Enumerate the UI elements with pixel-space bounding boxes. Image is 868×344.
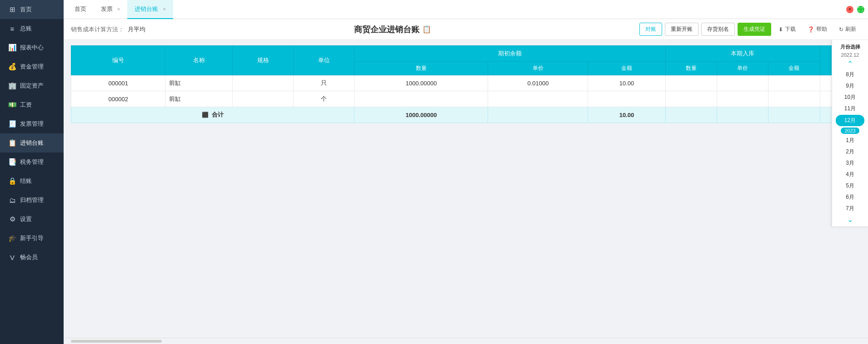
reports-icon: 📊 bbox=[8, 44, 16, 52]
sidebar-item-salary[interactable]: 💵 工资 bbox=[0, 95, 64, 114]
total-in-qty bbox=[665, 107, 717, 123]
refresh-icon: ↻ bbox=[839, 26, 843, 33]
col-header-no: 编号 bbox=[71, 46, 165, 75]
vip-icon: V bbox=[8, 254, 16, 261]
month-item-9[interactable]: 9月 bbox=[832, 80, 868, 92]
reopen-button[interactable]: 重新开账 bbox=[665, 23, 698, 36]
salary-icon: 💵 bbox=[8, 101, 16, 109]
sidebar-item-reports[interactable]: 📊 报表中心 bbox=[0, 38, 64, 57]
sidebar-item-guide[interactable]: 🎓 新手引导 bbox=[0, 229, 64, 248]
table-row: 000002 前缸 个 bbox=[71, 91, 861, 107]
sub-header-in-qty: 数量 bbox=[665, 62, 717, 75]
cell-open-amount-2 bbox=[588, 91, 665, 107]
cost-method-value: 月平均 bbox=[128, 25, 145, 34]
reconcile-button[interactable]: 对账 bbox=[639, 23, 662, 36]
sidebar-item-ledger[interactable]: ≡ 总账 bbox=[0, 19, 64, 38]
bottom-scrollbar-area bbox=[64, 338, 868, 344]
total-open-amount: 10.00 bbox=[588, 107, 665, 123]
total-in-amount bbox=[768, 107, 820, 123]
window-expand-button[interactable]: ⛶ bbox=[857, 6, 864, 13]
sidebar-item-vip[interactable]: V 畅会员 bbox=[0, 248, 64, 267]
page-title-area: 商贸企业进销台账 📋 bbox=[149, 24, 636, 35]
cell-open-price-2 bbox=[488, 91, 588, 107]
sub-header-open-amount: 金额 bbox=[588, 62, 665, 75]
tab-invoice[interactable]: 发票 × bbox=[94, 0, 127, 19]
refresh-button[interactable]: ↻ 刷新 bbox=[834, 23, 861, 35]
sidebar-item-purchase-sales[interactable]: 📋 进销台账 bbox=[0, 133, 64, 152]
cell-name-1: 前缸 bbox=[165, 75, 233, 91]
col-header-opening: 期初余额 bbox=[354, 46, 665, 62]
sidebar-item-tax[interactable]: 📑 税务管理 bbox=[0, 152, 64, 172]
month-item-1[interactable]: 1月 bbox=[832, 135, 868, 146]
tab-purchase-sales-close[interactable]: × bbox=[163, 6, 165, 12]
cell-spec-1 bbox=[233, 75, 294, 91]
year-2023-badge[interactable]: 2023 bbox=[841, 128, 859, 134]
assets-icon: 🏢 bbox=[8, 82, 16, 90]
total-label-cell: ⬛ 合计 bbox=[71, 107, 354, 123]
sidebar-item-settings[interactable]: ⚙ 设置 bbox=[0, 210, 64, 229]
cell-spec-2 bbox=[233, 91, 294, 107]
cell-no-1: 000001 bbox=[71, 75, 165, 91]
horizontal-scrollbar[interactable] bbox=[71, 340, 162, 343]
month-nav-up[interactable]: ⌃ bbox=[847, 59, 853, 69]
month-item-10[interactable]: 10月 bbox=[832, 92, 868, 103]
month-item-4[interactable]: 4月 bbox=[832, 169, 868, 180]
month-item-8[interactable]: 8月 bbox=[832, 69, 868, 80]
month-item-5[interactable]: 5月 bbox=[832, 180, 868, 192]
toolbar-actions: 对账 重新开账 存货别名 生成凭证 ⬇ 下载 ❓ 帮助 ↻ 刷新 bbox=[639, 23, 861, 36]
col-header-name: 名称 bbox=[165, 46, 233, 75]
sidebar-item-close[interactable]: 🔒 结账 bbox=[0, 172, 64, 191]
purchase-sales-icon: 📋 bbox=[8, 139, 16, 147]
info-icon[interactable]: 📋 bbox=[422, 25, 431, 34]
sub-header-in-price: 单价 bbox=[717, 62, 768, 75]
sub-header-open-price: 单价 bbox=[488, 62, 588, 75]
main-area: 首页 发票 × 进销台账 × × ⛶ 销售成本计算方法： 月平均 商贸企业进销台… bbox=[64, 0, 868, 344]
month-item-2[interactable]: 2月 bbox=[832, 146, 868, 157]
cell-in-qty-1 bbox=[665, 75, 717, 91]
download-icon: ⬇ bbox=[778, 26, 783, 33]
total-open-qty: 1000.00000 bbox=[354, 107, 488, 123]
col-header-in: 本期入库 bbox=[665, 46, 820, 62]
close-accounts-icon: 🔒 bbox=[8, 177, 16, 185]
guide-icon: 🎓 bbox=[8, 234, 16, 242]
cell-no-2: 000002 bbox=[71, 91, 165, 107]
toolbar: 销售成本计算方法： 月平均 商贸企业进销台账 📋 对账 重新开账 存货别名 生成… bbox=[64, 19, 868, 40]
tax-icon: 📑 bbox=[8, 158, 16, 166]
month-item-12[interactable]: 12月 bbox=[836, 115, 864, 126]
month-item-7[interactable]: 7月 bbox=[832, 203, 868, 214]
sidebar-item-funds[interactable]: 💰 资金管理 bbox=[0, 57, 64, 76]
window-controls: × ⛶ bbox=[846, 6, 864, 13]
month-item-3[interactable]: 3月 bbox=[832, 157, 868, 169]
invoice-mgmt-icon: 🧾 bbox=[8, 120, 16, 128]
total-open-price-blank bbox=[488, 107, 588, 123]
total-icon: ⬛ bbox=[202, 112, 209, 118]
cell-in-amount-1 bbox=[768, 75, 820, 91]
cell-in-qty-2 bbox=[665, 91, 717, 107]
sidebar-item-home[interactable]: ⊞ 首页 bbox=[0, 0, 64, 19]
window-close-button[interactable]: × bbox=[846, 6, 853, 13]
archive-icon: 🗂 bbox=[8, 197, 16, 204]
cell-name-2: 前缸 bbox=[165, 91, 233, 107]
sidebar-item-archive[interactable]: 🗂 归档管理 bbox=[0, 191, 64, 210]
cell-open-qty-1: 1000.00000 bbox=[354, 75, 488, 91]
month-item-11[interactable]: 11月 bbox=[832, 103, 868, 114]
month-nav-down[interactable]: ⌄ bbox=[847, 214, 853, 225]
tab-invoice-close[interactable]: × bbox=[117, 6, 120, 12]
tab-home[interactable]: 首页 bbox=[67, 0, 94, 19]
month-item-6[interactable]: 6月 bbox=[832, 192, 868, 203]
generate-voucher-button[interactable]: 生成凭证 bbox=[738, 23, 771, 36]
sidebar-item-assets[interactable]: 🏢 固定资产 bbox=[0, 76, 64, 95]
cell-unit-2: 个 bbox=[294, 91, 354, 107]
table-container: 编号 名称 规格 单位 期初余额 本期入库 数 数量 单价 金额 数 bbox=[64, 40, 868, 338]
col-header-spec: 规格 bbox=[233, 46, 294, 75]
total-row: ⬛ 合计 1000.00000 10.00 bbox=[71, 107, 861, 123]
cell-in-price-2 bbox=[717, 91, 768, 107]
download-button[interactable]: ⬇ 下载 bbox=[774, 23, 800, 35]
month-panel: 月份选择 2022.12 ⌃ 8月 9月 10月 11月 12月 2023 1月… bbox=[832, 40, 868, 227]
save-alias-button[interactable]: 存货别名 bbox=[701, 23, 735, 36]
tab-purchase-sales[interactable]: 进销台账 × bbox=[127, 0, 173, 19]
home-icon: ⊞ bbox=[8, 5, 16, 14]
sub-header-in-amount: 金额 bbox=[768, 62, 820, 75]
sidebar-item-invoice-mgmt[interactable]: 🧾 发票管理 bbox=[0, 114, 64, 133]
help-button[interactable]: ❓ 帮助 bbox=[803, 23, 832, 35]
